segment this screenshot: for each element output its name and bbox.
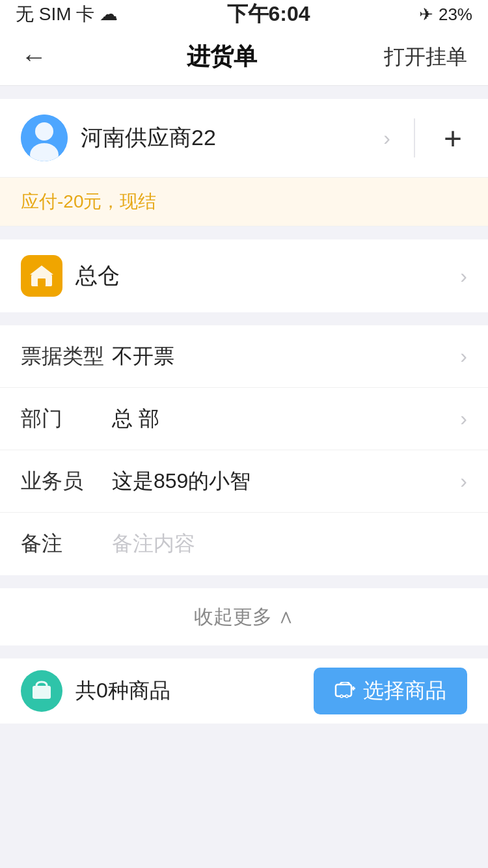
warehouse-name: 总仓 (75, 261, 447, 291)
invoice-row[interactable]: 票据类型 不开票 › (0, 325, 488, 388)
remark-row[interactable]: 备注 备注内容 (0, 513, 488, 575)
salesperson-value: 这是859的小智 (112, 467, 460, 496)
supplier-card: 河南供应商22 › + 应付-20元，现结 (0, 99, 488, 226)
battery-percent: 23% (439, 5, 472, 25)
form-section: 票据类型 不开票 › 部门 总 部 › 业务员 这是859的小智 › 备注 备注… (0, 325, 488, 575)
warehouse-chevron-icon: › (460, 264, 467, 288)
status-time: 下午6:04 (227, 0, 310, 29)
select-goods-label: 选择商品 (363, 677, 446, 705)
page-title: 进货单 (187, 41, 257, 73)
signal-text: 无 SIM 卡 ☁ (16, 2, 118, 27)
svg-rect-9 (336, 685, 351, 696)
bottom-section: 共0种商品 选择商品 (0, 658, 488, 724)
svg-point-8 (44, 699, 46, 701)
cart-icon (30, 679, 53, 703)
remark-label: 备注 (21, 530, 112, 558)
battery-icon: ✈ (419, 5, 433, 25)
invoice-label: 票据类型 (21, 342, 112, 371)
supplier-avatar (21, 115, 68, 161)
status-bar: 无 SIM 卡 ☁ 下午6:04 ✈ 23% (0, 0, 488, 29)
svg-point-7 (37, 699, 40, 701)
dept-row[interactable]: 部门 总 部 › (0, 388, 488, 450)
add-supplier-button[interactable]: + (439, 120, 467, 156)
collapse-label: 收起更多 ∧ (194, 604, 293, 631)
remark-input[interactable]: 备注内容 (112, 530, 467, 558)
supplier-name: 河南供应商22 (81, 123, 370, 153)
supplier-row[interactable]: 河南供应商22 › + (0, 99, 488, 178)
salesperson-row[interactable]: 业务员 这是859的小智 › (0, 450, 488, 513)
open-pending-button[interactable]: 打开挂单 (384, 43, 467, 72)
supplier-divider (414, 118, 415, 157)
dept-label: 部门 (21, 405, 112, 433)
warehouse-row[interactable]: 总仓 › (0, 239, 488, 312)
select-goods-icon (334, 682, 355, 700)
svg-point-11 (346, 695, 348, 698)
svg-point-10 (340, 695, 343, 698)
status-right: ✈ 23% (419, 5, 472, 25)
dept-value: 总 部 (112, 405, 460, 433)
salesperson-chevron-icon: › (460, 469, 467, 493)
svg-rect-6 (33, 686, 51, 699)
svg-rect-5 (38, 278, 46, 286)
invoice-chevron-icon: › (460, 344, 467, 368)
salesperson-label: 业务员 (21, 467, 112, 496)
warehouse-icon (21, 255, 62, 297)
product-count: 共0种商品 (75, 677, 314, 705)
back-button[interactable]: ← (21, 42, 60, 72)
supplier-chevron-icon: › (383, 126, 390, 150)
avatar-icon (21, 115, 68, 161)
warehouse-svg-icon (29, 263, 55, 289)
product-icon (21, 670, 62, 712)
svg-marker-4 (30, 265, 53, 275)
dept-chevron-icon: › (460, 407, 467, 431)
collapse-bar[interactable]: 收起更多 ∧ (0, 588, 488, 645)
svg-point-1 (35, 122, 53, 141)
section-gap (0, 86, 488, 99)
select-goods-button[interactable]: 选择商品 (314, 668, 467, 714)
supplier-notice: 应付-20元，现结 (0, 178, 488, 226)
nav-bar: ← 进货单 打开挂单 (0, 29, 488, 86)
status-left: 无 SIM 卡 ☁ (16, 2, 118, 27)
back-icon: ← (21, 42, 47, 71)
invoice-value: 不开票 (112, 342, 460, 371)
